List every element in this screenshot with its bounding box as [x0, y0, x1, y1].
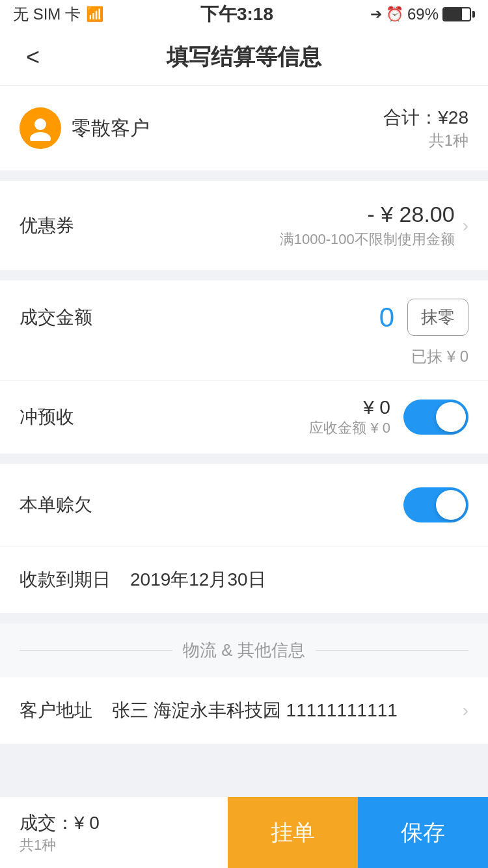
bottom-deal-text: 成交：¥ 0 [20, 811, 208, 835]
chevron-right-icon: › [463, 215, 468, 236]
status-right: ➔ ⏰ 69% [370, 5, 475, 23]
debt-row: 本单赊欠 [0, 464, 488, 546]
customer-summary: 合计：¥28 共1种 [383, 105, 468, 151]
prepay-receivable: 应收金额 ¥ 0 [309, 418, 390, 438]
customer-name: 零散客户 [72, 115, 150, 142]
status-bar: 无 SIM 卡 📶 下午3:18 ➔ ⏰ 69% [0, 0, 488, 29]
address-value: 张三 海淀永丰科技园 11111111111 [112, 698, 463, 723]
deal-section: 成交金额 0 抹零 已抹 ¥ 0 冲预收 ¥ 0 应收金额 ¥ 0 [0, 280, 488, 454]
nav-bar: < 填写结算等信息 [0, 29, 488, 86]
coupon-section[interactable]: 优惠券 - ¥ 28.00 满1000-100不限制使用金额 › [0, 181, 488, 270]
bottom-summary: 成交：¥ 0 共1种 [0, 811, 228, 855]
debt-section: 本单赊欠 收款到期日 2019年12月30日 [0, 464, 488, 613]
bottom-count: 共1种 [20, 835, 208, 855]
prepay-right: ¥ 0 应收金额 ¥ 0 [309, 396, 468, 438]
address-label: 客户地址 [20, 698, 92, 723]
svg-point-1 [30, 132, 51, 141]
prepay-amount: ¥ 0 [309, 396, 390, 418]
customer-avatar [20, 107, 61, 149]
address-section[interactable]: 客户地址 张三 海淀永丰科技园 11111111111 › [0, 677, 488, 744]
logistics-title: 物流 & 其他信息 [172, 639, 316, 662]
debt-label: 本单赊欠 [20, 493, 92, 517]
due-date-value: 2019年12月30日 [130, 567, 266, 592]
prepay-label: 冲预收 [20, 405, 74, 429]
content: 零散客户 合计：¥28 共1种 优惠券 - ¥ 28.00 满1000-100不… [0, 86, 488, 832]
battery-percent: 69% [407, 5, 439, 23]
logistics-section: 物流 & 其他信息 [0, 623, 488, 677]
page-title: 填写结算等信息 [167, 42, 321, 72]
round-zero-button[interactable]: 抹零 [407, 299, 468, 336]
total-amount: 合计：¥28 [383, 105, 468, 130]
deal-row: 成交金额 0 抹零 [0, 280, 488, 346]
customer-left: 零散客户 [20, 107, 150, 149]
coupon-row[interactable]: 优惠券 - ¥ 28.00 满1000-100不限制使用金额 › [0, 181, 488, 270]
customer-row: 零散客户 合计：¥28 共1种 [0, 86, 488, 170]
coupon-right: - ¥ 28.00 满1000-100不限制使用金额 › [280, 202, 468, 249]
status-left: 无 SIM 卡 📶 [13, 4, 103, 25]
coupon-label: 优惠券 [20, 213, 74, 238]
avatar-icon [27, 115, 53, 141]
prepay-toggle[interactable] [403, 400, 468, 435]
prepay-values: ¥ 0 应收金额 ¥ 0 [309, 396, 390, 438]
back-button[interactable]: < [20, 37, 46, 77]
due-date-row: 收款到期日 2019年12月30日 [0, 546, 488, 613]
alarm-icon: ⏰ [386, 6, 403, 23]
coupon-amount: - ¥ 28.00 [280, 202, 455, 227]
address-chevron-icon: › [463, 700, 468, 721]
logistics-header: 物流 & 其他信息 [0, 623, 488, 677]
battery-icon [442, 7, 475, 21]
bottom-deal-amount: ¥ 0 [74, 813, 100, 833]
signal-text: 无 SIM 卡 [13, 4, 81, 25]
deal-label: 成交金额 [20, 305, 92, 330]
deal-sub-text: 已抹 ¥ 0 [0, 346, 488, 380]
customer-section: 零散客户 合计：¥28 共1种 [0, 86, 488, 170]
due-date-label: 收款到期日 [20, 567, 111, 592]
deal-amount[interactable]: 0 [379, 302, 394, 333]
total-count: 共1种 [383, 130, 468, 151]
wifi-icon: 📶 [86, 6, 103, 23]
svg-point-0 [34, 118, 46, 130]
hang-order-button[interactable]: 挂单 [228, 797, 358, 869]
coupon-desc: 满1000-100不限制使用金额 [280, 230, 455, 249]
address-row[interactable]: 客户地址 张三 海淀永丰科技园 11111111111 › [0, 677, 488, 744]
prepay-row: 冲预收 ¥ 0 应收金额 ¥ 0 [0, 380, 488, 454]
location-icon: ➔ [370, 6, 382, 23]
deal-right: 0 抹零 [379, 299, 468, 336]
debt-toggle[interactable] [403, 487, 468, 522]
bottom-deal-label: 成交： [20, 813, 74, 833]
bottom-bar: 成交：¥ 0 共1种 挂单 保存 [0, 796, 488, 868]
status-time: 下午3:18 [200, 2, 273, 27]
save-button[interactable]: 保存 [358, 797, 488, 869]
coupon-value-block: - ¥ 28.00 满1000-100不限制使用金额 [280, 202, 455, 249]
